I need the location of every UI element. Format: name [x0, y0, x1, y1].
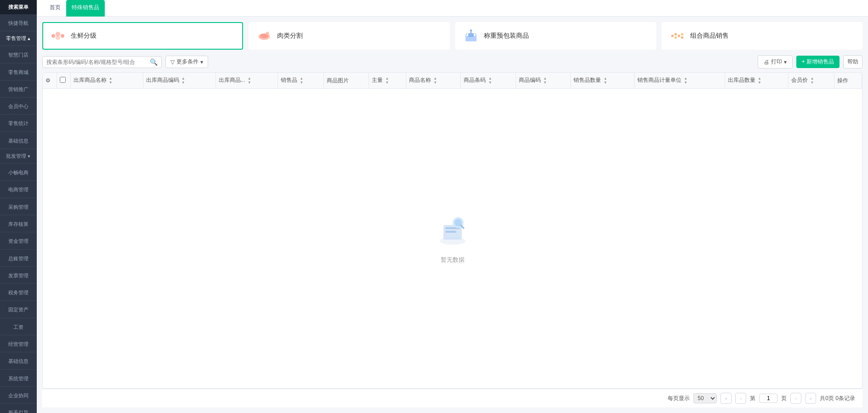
svg-point-2 [56, 35, 60, 40]
th-member-price[interactable]: 会员价 ▲▼ [789, 73, 834, 89]
th-product-name[interactable]: 商品名称 ▲▼ [406, 73, 461, 89]
print-button[interactable]: 🖨 打印 ▾ [758, 55, 793, 69]
sidebar-item-small-prog[interactable]: 小畅电商 [0, 164, 37, 181]
th-image[interactable]: 商品图片 [324, 73, 369, 89]
search-icon[interactable]: 🔍 [150, 58, 158, 66]
sidebar-item-basic-info2[interactable]: 基础信息 [0, 352, 37, 369]
sidebar-item-finance[interactable]: 资金管理 [0, 232, 37, 249]
sidebar-item-retail-mall[interactable]: 零售商城 [0, 63, 37, 80]
th-sales-qty[interactable]: 销售品数量 ▲▼ [571, 73, 635, 89]
th-main-unit[interactable]: 主量 ▲▼ [369, 73, 406, 89]
sort-icon-7: ▲▼ [488, 76, 492, 85]
chevron-down-icon: ▲ [27, 36, 31, 41]
sidebar-item-inventory[interactable]: 库存核算 [0, 215, 37, 232]
sidebar-item-payroll[interactable]: 工资 [0, 318, 37, 335]
th-sales-unit[interactable]: 销售商品计量单位 ▲▼ [634, 73, 725, 89]
sidebar-item-quick-nav[interactable]: 快捷导航 [0, 14, 37, 31]
tab-card-combo-sales[interactable]: 组合商品销售 [662, 22, 862, 50]
th-out-qty[interactable]: 出库品数量 ▲▼ [725, 73, 789, 89]
sort-icon-4: ▲▼ [300, 76, 303, 85]
sort-icon-10: ▲▼ [684, 76, 687, 85]
fresh-grade-icon [51, 29, 65, 43]
sort-icon-3: ▲▼ [248, 76, 251, 85]
th-settings[interactable]: ⚙ [43, 73, 57, 89]
tab-card-fresh-grade[interactable]: 生鲜分级 [42, 22, 243, 50]
tab-home[interactable]: 首页 [44, 0, 66, 17]
tab-card-weight-package[interactable]: 称重预包装商品 [455, 22, 656, 50]
combo-sales-icon [670, 29, 685, 43]
search-input[interactable] [46, 59, 150, 65]
svg-point-6 [266, 32, 269, 35]
sidebar-item-basic-info[interactable]: 基础信息 [0, 132, 37, 149]
table-container: ⚙ 出库商品名称 ▲▼ 出库商品编码 ▲▼ [42, 72, 862, 389]
sidebar-item-purchase[interactable]: 采购管理 [0, 198, 37, 215]
svg-rect-22 [445, 231, 456, 233]
top-nav: 首页 特殊销售品 [37, 0, 868, 17]
sort-icon-11: ▲▼ [758, 76, 761, 85]
sidebar-logo[interactable]: 搜索菜单 [0, 0, 37, 14]
sidebar-item-retail-mgmt[interactable]: 零售管理 ▲ [0, 31, 37, 46]
svg-rect-8 [468, 33, 474, 37]
empty-text: 暂无数据 [441, 256, 465, 264]
prev-page-button[interactable]: ‹ [735, 393, 746, 404]
th-out-info[interactable]: 出库商品... ▲▼ [216, 73, 278, 89]
th-sales-item[interactable]: 销售品 ▲▼ [278, 73, 324, 89]
next-page-button[interactable]: › [790, 393, 801, 404]
print-label: 打印 [771, 58, 782, 66]
filter-label: 更多条件 [176, 58, 199, 66]
select-all-checkbox[interactable] [60, 77, 66, 83]
tab-special-sales[interactable]: 特殊销售品 [66, 0, 105, 17]
page-input[interactable] [759, 394, 777, 403]
empty-state: 暂无数据 [43, 89, 862, 388]
toolbar-right: 🖨 打印 ▾ + 新增销售品 帮助 [758, 55, 862, 69]
sidebar-item-ecommerce[interactable]: 电商管理 [0, 181, 37, 198]
empty-icon [434, 213, 471, 250]
print-chevron-icon: ▾ [784, 59, 787, 65]
per-page-select[interactable]: 50 10 20 100 [693, 393, 717, 403]
th-barcode[interactable]: 商品条码 ▲▼ [461, 73, 516, 89]
svg-point-18 [681, 36, 683, 39]
meat-division-icon [257, 29, 272, 43]
last-page-button[interactable]: » [805, 393, 816, 404]
sidebar-item-tax[interactable]: 税务管理 [0, 284, 37, 301]
th-product-code[interactable]: 商品编码 ▲▼ [516, 73, 570, 89]
search-box[interactable]: 🔍 [42, 56, 162, 68]
sidebar-item-smart-store[interactable]: 智慧门店 [0, 46, 37, 63]
sidebar-item-retail-stats[interactable]: 零售统计 [0, 115, 37, 132]
sidebar-item-business-mgmt[interactable]: 经营管理 [0, 335, 37, 352]
sidebar-item-new-guide[interactable]: 新手引导 [0, 404, 37, 413]
page-label: 第 [750, 395, 755, 402]
sidebar-item-marketing[interactable]: 营销推广 [0, 80, 37, 98]
main-content: 首页 特殊销售品 生鲜分级 [37, 0, 868, 413]
sidebar: 搜索菜单 快捷导航 零售管理 ▲ 智慧门店 零售商城 营销推广 会员中心 零售统… [0, 0, 37, 413]
first-page-button[interactable]: « [720, 393, 732, 404]
sidebar-item-fixed-assets[interactable]: 固定资产 [0, 301, 37, 318]
th-out-name[interactable]: 出库商品名称 ▲▼ [70, 73, 143, 89]
tab-card-combo-sales-label: 组合商品销售 [690, 32, 729, 40]
sidebar-item-ledger[interactable]: 总账管理 [0, 250, 37, 267]
new-sales-button[interactable]: + 新增销售品 [796, 56, 840, 68]
pagination-bar: 每页显示 50 10 20 100 « ‹ 第 页 › » 共0页 0条记录 [42, 389, 862, 407]
chevron-down-icon-2: ▼ [27, 154, 31, 159]
print-icon: 🖨 [764, 59, 769, 65]
sort-icon: ▲▼ [109, 76, 113, 85]
svg-line-11 [465, 33, 467, 36]
filter-button[interactable]: ▽ 更多条件 ▾ [165, 56, 208, 68]
sidebar-item-member-center[interactable]: 会员中心 [0, 98, 37, 115]
help-label: 帮助 [847, 58, 858, 66]
tab-card-meat-division[interactable]: 肉类分割 [249, 22, 449, 50]
help-button[interactable]: 帮助 [843, 55, 862, 69]
toolbar: 🔍 ▽ 更多条件 ▾ 🖨 打印 ▾ + 新增销售品 帮助 [42, 55, 862, 69]
sidebar-item-system-mgmt[interactable]: 系统管理 [0, 370, 37, 387]
th-out-code[interactable]: 出库商品编码 ▲▼ [143, 73, 216, 89]
svg-point-13 [671, 34, 673, 37]
tab-card-meat-division-label: 肉类分割 [277, 32, 303, 40]
th-checkbox[interactable] [57, 73, 70, 89]
svg-line-12 [475, 33, 477, 36]
per-page-label: 每页显示 [668, 395, 690, 402]
new-sales-label: + 新增销售品 [802, 58, 834, 66]
sidebar-item-enterprise[interactable]: 企业协同 [0, 387, 37, 404]
sort-icon-2: ▲▼ [182, 76, 185, 85]
sidebar-item-wholesale-mgmt[interactable]: 批发管理 ▼ [0, 149, 37, 164]
sidebar-item-invoice[interactable]: 发票管理 [0, 267, 37, 284]
